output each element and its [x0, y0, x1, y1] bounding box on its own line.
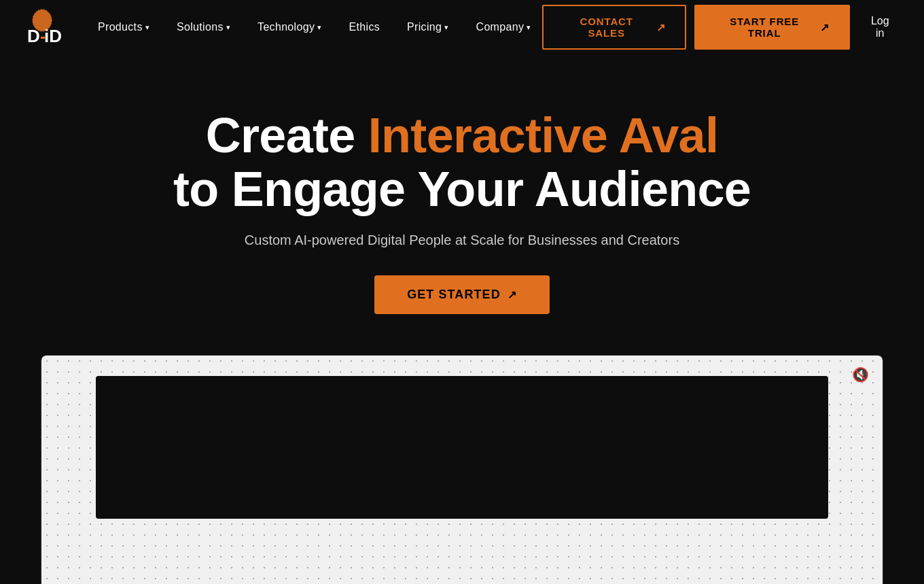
get-started-button[interactable]: GET STARTED ↗: [374, 275, 550, 314]
nav-right: CONTACT SALES ↗ START FREE TRIAL ↗ Log i…: [542, 5, 902, 50]
nav-item-ethics[interactable]: Ethics: [338, 16, 391, 39]
nav-item-technology[interactable]: Technology ▾: [247, 16, 332, 39]
arrow-icon: ↗: [656, 21, 666, 34]
volume-icon-wrap[interactable]: 🔇: [852, 366, 869, 383]
contact-sales-button[interactable]: CONTACT SALES ↗: [542, 5, 686, 50]
video-inner: [96, 376, 828, 519]
volume-off-icon: 🔇: [852, 367, 869, 382]
logo-svg: D - iD: [22, 7, 63, 48]
nav-item-products[interactable]: Products ▾: [87, 16, 160, 39]
arrow-icon: ↗: [508, 288, 517, 301]
logo-link[interactable]: D - iD: [22, 7, 63, 48]
hero-title: Create Interactive Aval to Engage Your A…: [27, 109, 897, 216]
chevron-down-icon: ▾: [444, 23, 448, 32]
hero-subtitle: Custom AI-powered Digital People at Scal…: [27, 233, 897, 248]
login-button[interactable]: Log in: [858, 10, 902, 45]
chevron-down-icon: ▾: [317, 23, 321, 32]
chevron-down-icon: ▾: [527, 23, 531, 32]
video-frame: 🔇 Wh...: [41, 356, 883, 584]
start-free-trial-button[interactable]: START FREE TRIAL ↗: [694, 5, 850, 50]
arrow-icon: ↗: [820, 21, 830, 34]
nav-item-pricing[interactable]: Pricing ▾: [396, 16, 459, 39]
svg-text:iD: iD: [44, 26, 62, 46]
video-container: 🔇 Wh...: [41, 355, 883, 584]
chevron-down-icon: ▾: [145, 23, 149, 32]
svg-text:D: D: [27, 26, 40, 46]
nav-item-company[interactable]: Company ▾: [465, 16, 542, 39]
nav-left: D - iD Products ▾ Solutions ▾ Tech: [22, 7, 542, 48]
nav-item-solutions[interactable]: Solutions ▾: [166, 16, 241, 39]
video-section: 🔇 Wh...: [41, 355, 883, 584]
chevron-down-icon: ▾: [226, 23, 230, 32]
navbar: D - iD Products ▾ Solutions ▾ Tech: [0, 0, 924, 54]
video-spacer: [41, 539, 883, 584]
nav-links: Products ▾ Solutions ▾ Technology ▾ Ethi…: [87, 16, 542, 39]
hero-section: Create Interactive Aval to Engage Your A…: [0, 54, 924, 355]
